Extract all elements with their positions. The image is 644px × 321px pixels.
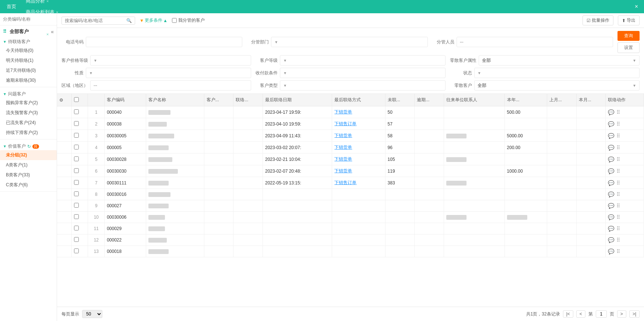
prev-page-button[interactable]: < [576, 310, 585, 318]
filter-search-icon[interactable]: 🔍 [126, 18, 132, 23]
last-contact-type[interactable]: 下销货单 [332, 154, 385, 165]
last-contact-type[interactable] [332, 223, 385, 234]
first-page-button[interactable]: |< [563, 310, 573, 318]
refresh-icon[interactable]: ↻ [27, 144, 31, 149]
grid-icon[interactable]: ⠿ [616, 214, 620, 220]
grid-icon[interactable]: ⠿ [616, 180, 620, 186]
batch-op-button[interactable]: ☑ 批量操作 [583, 15, 613, 25]
last-contact-type[interactable]: 下销售订单 [332, 177, 385, 189]
row-checkbox[interactable] [74, 121, 79, 126]
row-checkbox[interactable] [74, 237, 79, 242]
filter-input-性质[interactable]: ▼ [86, 68, 251, 78]
grid-icon[interactable]: ⠿ [616, 168, 620, 174]
tab-close-icon[interactable]: × [46, 32, 49, 36]
filter-input-区域（地区）[interactable]: ··· [90, 80, 251, 91]
query-button[interactable]: 查询 [617, 31, 640, 41]
message-icon[interactable]: 💬 [608, 133, 614, 139]
row-checkbox[interactable] [74, 109, 79, 114]
row-checkbox[interactable] [74, 156, 79, 161]
sidebar-item-明天待联络(1)[interactable]: 明天待联络(1) [0, 56, 57, 66]
last-contact-type[interactable] [332, 189, 385, 200]
sidebar-group-问题客户[interactable]: ▼ 问题客户 [0, 89, 57, 98]
message-icon[interactable]: 💬 [608, 145, 614, 151]
contact-type-link[interactable]: 下销货单 [334, 145, 352, 150]
row-checkbox[interactable] [74, 226, 79, 230]
sidebar-search-input[interactable] [3, 17, 57, 22]
message-icon[interactable]: 💬 [608, 214, 614, 220]
export-button[interactable]: ⬆ 导出 [618, 15, 640, 25]
row-checkbox[interactable] [74, 214, 79, 219]
last-contact-type[interactable] [332, 246, 385, 257]
my-customers-checkbox[interactable]: 我分管的客户 [172, 17, 205, 24]
global-close-button[interactable]: × [632, 2, 641, 11]
filter-input-分管人员[interactable]: ··· [457, 37, 613, 47]
reset-button[interactable]: 设置 [617, 42, 640, 53]
page-number-input[interactable] [596, 310, 607, 318]
sidebar-item-B类客户(33)[interactable]: B类客户(33) [0, 170, 57, 180]
nav-home[interactable]: 首页 [3, 1, 20, 12]
sidebar-item-未分组(32)[interactable]: 未分组(32) [0, 150, 57, 160]
grid-icon[interactable]: ⠿ [616, 156, 620, 162]
row-checkbox[interactable] [74, 133, 79, 138]
contact-type-link[interactable]: 下销货单 [334, 168, 352, 173]
last-contact-type[interactable]: 下销货单 [332, 106, 385, 118]
message-icon[interactable]: 💬 [608, 121, 614, 127]
grid-icon[interactable]: ⠿ [616, 237, 620, 243]
page-size-select[interactable]: 50 20 100 [82, 310, 102, 318]
my-customers-check[interactable] [172, 18, 177, 23]
tab-close-icon[interactable]: × [56, 21, 58, 25]
last-contact-type[interactable]: 下销货单 [332, 130, 385, 142]
last-contact-type[interactable]: 下销货单 [332, 165, 385, 177]
row-checkbox[interactable] [74, 145, 79, 149]
contact-type-link[interactable]: 下销货单 [334, 109, 352, 114]
filter-input-客户价格等级[interactable]: ▼ [90, 55, 251, 66]
filter-input-收付款条件[interactable]: ▼ [280, 68, 445, 78]
contact-type-link[interactable]: 下销货单 [334, 156, 352, 162]
more-conditions-button[interactable]: ▼ 更多条件 ▲ [140, 17, 168, 24]
filter-input-分管部门[interactable]: ▼ [271, 37, 427, 47]
select-all-checkbox[interactable] [74, 97, 79, 102]
grid-icon[interactable]: ⠿ [616, 145, 620, 151]
message-icon[interactable]: 💬 [608, 109, 614, 115]
last-contact-type[interactable] [332, 212, 385, 223]
row-checkbox[interactable] [74, 248, 79, 253]
message-icon[interactable]: 💬 [608, 191, 614, 197]
filter-input-零散客户属性[interactable]: 全部 ▼ [479, 55, 640, 66]
sidebar-item-已流失客户(24)[interactable]: 已流失客户(24) [0, 118, 57, 128]
message-icon[interactable]: 💬 [608, 226, 614, 232]
filter-input-电话号码[interactable] [86, 37, 242, 47]
tab-close-icon[interactable]: × [46, 0, 49, 3]
grid-icon[interactable]: ⠿ [616, 191, 620, 197]
sidebar-group-待联络客户[interactable]: ▼ 待联络客户 [0, 36, 57, 46]
grid-icon[interactable]: ⠿ [616, 248, 620, 254]
filter-search-input[interactable] [65, 18, 125, 23]
sidebar-item-C类客户(6)[interactable]: C类客户(6) [0, 180, 57, 190]
settings-icon[interactable]: ⚙ [59, 98, 63, 103]
grid-icon[interactable]: ⠿ [616, 121, 620, 127]
grid-icon[interactable]: ⠿ [616, 226, 620, 232]
sidebar-item-囤购异常客户(2)[interactable]: 囤购异常客户(2) [0, 98, 57, 108]
row-checkbox[interactable] [74, 180, 79, 185]
last-page-button[interactable]: >| [629, 310, 640, 318]
col-header-check[interactable] [72, 94, 88, 106]
grid-icon[interactable]: ⠿ [616, 109, 620, 115]
message-icon[interactable]: 💬 [608, 156, 614, 162]
filter-input-状态[interactable]: ▼ [474, 68, 640, 78]
contact-type-link[interactable]: 下销货单 [334, 133, 352, 138]
row-checkbox[interactable] [74, 191, 79, 196]
filter-search-box[interactable]: 🔍 [61, 17, 135, 25]
message-icon[interactable]: 💬 [608, 180, 614, 186]
sidebar-item-A类客户(1)[interactable]: A类客户(1) [0, 160, 57, 170]
message-icon[interactable]: 💬 [608, 248, 614, 254]
contact-type-link[interactable]: 下销售订单 [334, 121, 356, 126]
last-contact-type[interactable]: 下销售订单 [332, 118, 385, 130]
sidebar-item-逾期未联络(30)[interactable]: 逾期未联络(30) [0, 75, 57, 85]
sidebar-item-近7天待联络(0)[interactable]: 近7天待联络(0) [0, 66, 57, 75]
next-page-button[interactable]: > [617, 310, 626, 318]
filter-input-零散客户[interactable]: 全部 ▼ [474, 80, 640, 91]
col-header-gear[interactable]: ⚙ [57, 94, 72, 106]
last-contact-type[interactable]: 下销货单 [332, 142, 385, 154]
last-contact-type[interactable] [332, 200, 385, 212]
filter-input-客户等级[interactable]: ▼ [280, 55, 445, 66]
message-icon[interactable]: 💬 [608, 203, 614, 209]
